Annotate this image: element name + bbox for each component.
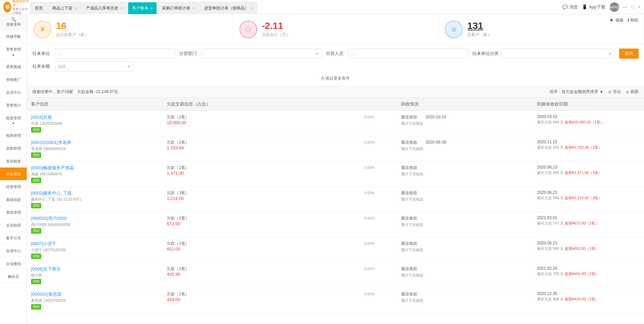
sort-selector[interactable]: 排序：按欠款金额倒序排序 ▼ [550,89,604,95]
close-tab-1[interactable]: × [75,6,77,10]
video-help-button[interactable]: ▶ 视频 [610,18,623,23]
sidebar-search[interactable]: 🔍 搜索菜单 [0,14,27,30]
tab-product-listing[interactable]: 商品上下架 × [48,2,81,14]
sidebar-item-finance[interactable]: 资金管理 [0,168,27,180]
close-tab-5[interactable]: × [251,6,253,10]
customer-name-1[interactable]: [0001020001]李老师 [31,140,159,146]
close-tab-3[interactable]: × [150,6,152,10]
tab-home[interactable]: 首页 [30,2,47,14]
customer-tag-4: 现销 [31,228,41,234]
sidebar: 🔍 搜索菜单 快捷导航 零售管理 ▲ 零售商城 营销推广 会员中心 零售统计 批… [0,14,27,324]
sidebar-item-newbie-guide[interactable]: 新手引导 [0,232,27,244]
next-payment-0: 预计下次收款 [401,121,529,126]
search-button[interactable]: 查询 [619,49,639,59]
close-tab-2[interactable]: × [120,6,122,10]
debt-amount-6[interactable]: 455.90 [167,272,356,277]
overdue-amount-6[interactable]: 超期¥455.90（1笔） [565,272,599,276]
filter-area: 往来单位 ... 分管部门 ▼ 分管人员 ... [27,45,644,86]
customer-name-6[interactable]: [0006]去下粮仓 [31,266,159,272]
close-tab-4[interactable]: × [192,6,194,10]
debt-desc-7: 欠款（1笔） [167,291,356,297]
filter-person-input[interactable]: ... [348,49,469,59]
cell-debt-2: 欠款（1笔） 1,471.00 [163,161,360,187]
cell-recovery-1: 最近收款 2020-06-30 预计下次收款 [397,136,533,161]
sidebar-item-inventory[interactable]: 库存核算 [0,155,27,168]
minimize-button[interactable]: — [623,4,627,9]
sidebar-item-system[interactable]: 系统管理 [0,206,27,219]
stat-card-debt-total: ◇ -2.11 欠款合计（万） [233,14,439,44]
sidebar-item-membership[interactable]: 会员中心 [0,86,27,99]
customer-name-3[interactable]: [0002]服务中心_丁磊 [31,190,159,196]
sidebar-item-enterprise-wechat[interactable]: 企业微信 [0,257,27,270]
col-header-debt-info: 欠款交易信息（占比） [163,98,360,111]
sidebar-item-enterprise-collab[interactable]: 企业协同 [0,219,27,232]
sidebar-item-ecommerce[interactable]: 电商管理 [0,129,27,142]
sidebar-item-app-center[interactable]: 应用中心 [0,244,27,257]
cell-customer-3: [0002]服务中心_丁磊 服务中心_丁磊 181 0125 8371 现销 [27,187,163,212]
sidebar-item-retail-stats[interactable]: 零售统计 [0,99,27,112]
filter-category-input[interactable]: ▼ [501,49,615,59]
customer-tag-3: 现销 [31,203,41,208]
filter-counterparty-input[interactable]: ... [55,49,175,59]
filter-balance-select[interactable]: 选择... ▼ [55,61,134,71]
debt-amount-3[interactable]: 1,214.00 [167,196,356,201]
logo-area: 畅 畅捷通好生意 母婴行业演示账套 [3,0,30,14]
due-date-7: 2020.12.30 [537,291,640,296]
customer-name-7[interactable]: [000001]黄思源 [31,291,159,297]
refresh-button[interactable]: ⊙ 刷新 [626,89,639,95]
debt-amount-5[interactable]: 652.00 [167,246,356,252]
sidebar-item-retail-mall[interactable]: 零售商城 [0,60,27,73]
col-header-customer: 客户信息 [27,98,163,111]
customer-name-0[interactable]: [0016]吕俊 [31,114,159,120]
export-button[interactable]: ⊙ 导出 [608,89,621,95]
message-button[interactable]: 💬 消息 [562,4,578,10]
customer-name-5[interactable]: [0007]小进千 [31,241,159,247]
avatar[interactable]: demo2 [610,2,619,12]
filter-department-input[interactable]: ▼ [201,49,322,59]
overdue-amount-5[interactable]: 超期¥652.00（1笔） [565,246,599,251]
overdue-days-1: 最长欠款 853 天 超期¥1,703.68（1笔） [537,145,640,150]
overdue-amount-7[interactable]: 超期¥429.00（1笔） [565,297,599,301]
last-payment-3: 最近收款 [401,190,529,196]
debt-ratio-1: 0.00% [364,140,393,144]
logo-icon: 畅 [3,2,11,12]
overdue-amount-3[interactable]: 超期¥1,214.00（3笔） [565,196,602,200]
top-tabs: 首页 商品上下架 × 产成品入库单历史 × 客户账本 × 采购订单统计表 × 进… [30,0,562,14]
due-date-0: 2020.10.15 [537,114,640,119]
app-icon: 📱 [582,4,587,9]
debt-amount-7[interactable]: 429.00 [167,297,356,302]
overdue-amount-0[interactable]: 超期¥10,000.00（1笔） [565,120,604,124]
sidebar-item-quick-nav[interactable]: 快捷导航 [0,30,27,43]
filter-department-label: 分管部门 [179,51,199,57]
debt-amount-4[interactable]: 672.00 [167,221,356,226]
debt-ratio-6: 0.00% [364,267,393,271]
close-button[interactable]: × [638,4,641,9]
customer-name-4[interactable]: [000002]用户2050 [31,215,159,222]
help-button[interactable]: ℹ 帮助 [627,18,638,23]
debt-amount-2[interactable]: 1,471.00 [167,171,356,176]
sidebar-item-basic-info[interactable]: 基础信息 [0,193,27,206]
collapse-row[interactable]: ⋀ 收起更多条件 [32,74,639,84]
overdue-amount-2[interactable]: 超期¥1,471.00（1笔） [565,171,602,175]
sidebar-item-purchase[interactable]: 采购管理 [0,142,27,155]
app-download-button[interactable]: 📱 App下载 [582,4,605,10]
customer-name-2[interactable]: [0003]畅捷服务尹海蕊 [31,165,159,171]
sidebar-item-marketing[interactable]: 营销推广 [0,73,27,86]
tab-customer-account[interactable]: 客户账本 × [128,2,157,14]
debt-amount-0[interactable]: 10,000.00 [167,120,356,125]
tab-purchase-order-stats[interactable]: 采购订单统计表 × [158,2,199,14]
maximize-button[interactable]: □ [632,4,634,9]
stat-info-debt: -2.11 欠款合计（万） [262,21,290,38]
overdue-amount-1[interactable]: 超期¥1,703.68（1笔） [565,145,602,149]
sidebar-item-retail-management[interactable]: 零售管理 ▲ [0,43,27,60]
overdue-amount-4[interactable]: 超期¥672.00（1笔） [565,221,599,225]
tab-warehouse-history[interactable]: 产成品入库单历史 × [82,2,127,14]
stat-value-debtors: 16 [56,21,88,31]
customer-tag-6: 现销 [31,279,41,284]
sidebar-item-chang-member[interactable]: 畅会员 [0,270,27,283]
sidebar-item-wholesale-management[interactable]: 批发管理 ▼ [0,112,27,129]
tab-purchase-stats-product[interactable]: 进货单统计表（按商品） × [200,2,257,14]
cell-recovery-6: 最近收款 预计下次收款 [397,263,533,288]
sidebar-item-operations[interactable]: 经营管理 [0,180,27,193]
debt-amount-1[interactable]: 1,703.68 [167,145,356,150]
